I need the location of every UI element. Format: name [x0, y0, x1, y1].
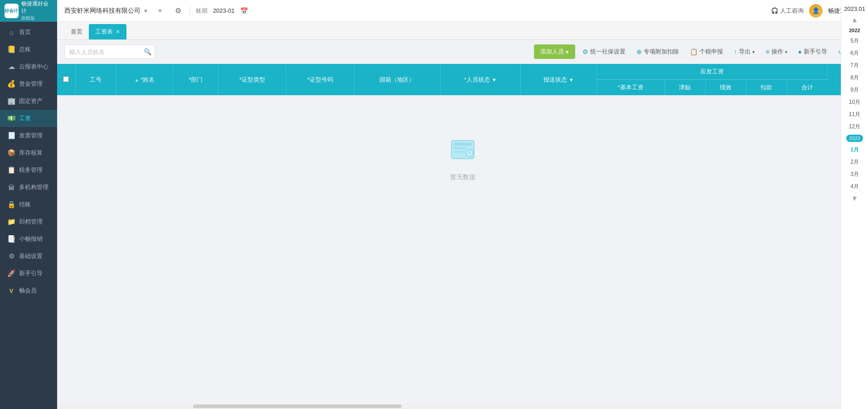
sidebar-item-cloud-report[interactable]: ☁ 云报表中心 [0, 58, 57, 75]
period-value: 2023-01 [213, 7, 235, 14]
sidebar-item-label: 发票管理 [19, 131, 43, 140]
social-security-icon: ⚙ [582, 48, 588, 55]
month-12[interactable]: 12月 [841, 121, 868, 133]
add-company-button[interactable]: ＋ [154, 5, 166, 17]
service-button[interactable]: 🎧 人工咨询 [771, 7, 804, 15]
month-8[interactable]: 8月 [841, 72, 868, 84]
th-deduct-label: 扣款 [761, 84, 772, 91]
timeline-next-button[interactable]: ▼ [849, 193, 860, 204]
th-employee-id-label: 工号 [90, 76, 102, 83]
deduction-icon: ⊕ [636, 48, 642, 55]
sidebar-item-multi-org[interactable]: 🏛 多机构管理 [0, 179, 57, 196]
current-year-badge[interactable]: 2023 [846, 135, 863, 142]
member-icon: V [7, 287, 15, 295]
th-cert-type: *证型类型 [218, 64, 286, 95]
archive-icon: 📁 [7, 218, 15, 226]
svg-text:?: ? [468, 151, 470, 156]
add-person-button[interactable]: 添加人员 ▾ [534, 44, 575, 59]
topbar-divider [190, 6, 190, 15]
sidebar-item-label: 固定资产 [19, 97, 43, 105]
export-icon: ↑ [734, 48, 737, 55]
sidebar-item-archive[interactable]: 📁 归档管理 [0, 213, 57, 230]
service-label: 人工咨询 [780, 7, 804, 15]
operate-icon: ≡ [766, 48, 769, 55]
sidebar-item-salary[interactable]: 💵 工资 [0, 110, 57, 127]
month-6[interactable]: 6月 [841, 47, 868, 59]
sidebar-item-settings[interactable]: ⚙ 基础设置 [0, 248, 57, 265]
sidebar-item-ledger[interactable]: 📒 总账 [0, 41, 57, 58]
month-7[interactable]: 7月 [841, 59, 868, 72]
sidebar-item-fund[interactable]: 💰 资金管理 [0, 75, 57, 93]
sidebar-item-home[interactable]: ⌂ 首页 [0, 24, 57, 41]
sidebar-item-guide[interactable]: 🚀 新手引导 [0, 265, 57, 282]
sidebar-item-label: 云报表中心 [19, 63, 48, 71]
month-10[interactable]: 10月 [841, 96, 868, 108]
tax-declare-icon: 📋 [690, 48, 698, 55]
sidebar-item-fixed-assets[interactable]: 🏢 固定资产 [0, 93, 57, 110]
guide-icon: 🚀 [7, 269, 15, 278]
th-base-salary-label: *基本工资 [618, 84, 644, 91]
settings-button[interactable]: ⚙ [172, 5, 184, 17]
status-filter-icon[interactable]: ▼ [492, 77, 497, 83]
deduction-button[interactable]: ⊕ 专项附加扣除 [633, 46, 683, 58]
month-11[interactable]: 11月 [841, 108, 868, 121]
ledger-icon: 📒 [7, 45, 15, 54]
fund-icon: 💰 [7, 80, 15, 88]
sidebar-item-invoice[interactable]: 🧾 发票管理 [0, 127, 57, 144]
th-name: ▲ *姓名 [116, 64, 173, 95]
deduction-label: 专项附加扣除 [644, 48, 679, 56]
sidebar-item-expense[interactable]: 📑 小畅报销 [0, 230, 57, 248]
select-all-checkbox[interactable] [63, 76, 69, 82]
sidebar-item-tax[interactable]: 📋 税务管理 [0, 161, 57, 179]
search-wrap: 🔍 [64, 44, 155, 59]
month-2023-4[interactable]: 4月 [841, 180, 868, 193]
tab-home[interactable]: 首页 [64, 24, 89, 39]
table-scrollbar[interactable] [193, 404, 402, 408]
close-period-icon: 🔒 [7, 200, 15, 209]
search-input[interactable] [64, 44, 155, 59]
add-person-label: 添加人员 [540, 48, 564, 56]
month-2023-3[interactable]: 3月 [841, 168, 868, 180]
svg-rect-1 [454, 143, 472, 146]
svg-rect-3 [454, 151, 465, 153]
month-2023-2[interactable]: 2月 [841, 156, 868, 168]
operate-button[interactable]: ≡ 操作 ▾ [762, 46, 790, 58]
month-2023-1[interactable]: 1月 [841, 144, 868, 156]
sort-up-icon: ▲ [135, 78, 139, 83]
tab-salary-label: 工资表 [95, 28, 113, 36]
sidebar-item-member[interactable]: V 畅会员 [0, 282, 57, 299]
month-5[interactable]: 5月 [841, 40, 868, 47]
expense-icon: 📑 [7, 235, 15, 243]
calendar-icon[interactable]: 📅 [240, 7, 248, 15]
tab-close-icon[interactable]: ✕ [116, 29, 120, 35]
th-salary-group: 应发工资 [596, 64, 827, 80]
report-filter-icon[interactable]: ▼ [569, 77, 574, 83]
salary-table: 工号 ▲ *姓名 *部门 *证型类型 [57, 64, 868, 95]
multi-org-icon: 🏛 [7, 183, 15, 191]
social-security-button[interactable]: ⚙ 统一社保设置 [579, 46, 629, 58]
guide-button[interactable]: ● 新手引导 [795, 46, 831, 58]
svg-rect-2 [454, 147, 467, 149]
guide-label: 新手引导 [804, 48, 827, 56]
period-label: 账期 [196, 7, 208, 15]
company-selector[interactable]: 西安虾米网络科技有限公司 ▼ [64, 7, 148, 15]
th-total: 合计 [787, 80, 828, 96]
sidebar-logo: 好会计 畅捷通好会计 旗舰版 [0, 0, 57, 22]
search-button[interactable]: 🔍 [144, 48, 151, 55]
month-9[interactable]: 9月 [841, 84, 868, 96]
export-button[interactable]: ↑ 导出 ▾ [730, 46, 758, 58]
sidebar-item-close[interactable]: 🔒 结账 [0, 196, 57, 213]
th-performance: 绩效 [705, 80, 746, 96]
th-report-status: 报送状态 ▼ [521, 64, 597, 95]
th-cert-no: *证型号码 [286, 64, 354, 95]
fixed-assets-icon: 🏢 [7, 97, 15, 105]
tax-declare-button[interactable]: 📋 个税申报 [686, 46, 727, 58]
sidebar-item-label: 归档管理 [19, 218, 43, 226]
tab-salary-table[interactable]: 工资表 ✕ [89, 24, 126, 39]
select-all-header [57, 64, 75, 95]
sidebar-item-inventory[interactable]: 📦 库存核算 [0, 144, 57, 161]
logo-icon: 好会计 [5, 4, 19, 18]
th-dept-label: *部门 [189, 76, 203, 83]
sidebar-item-label: 结账 [19, 200, 31, 209]
empty-icon: ? [445, 131, 481, 168]
